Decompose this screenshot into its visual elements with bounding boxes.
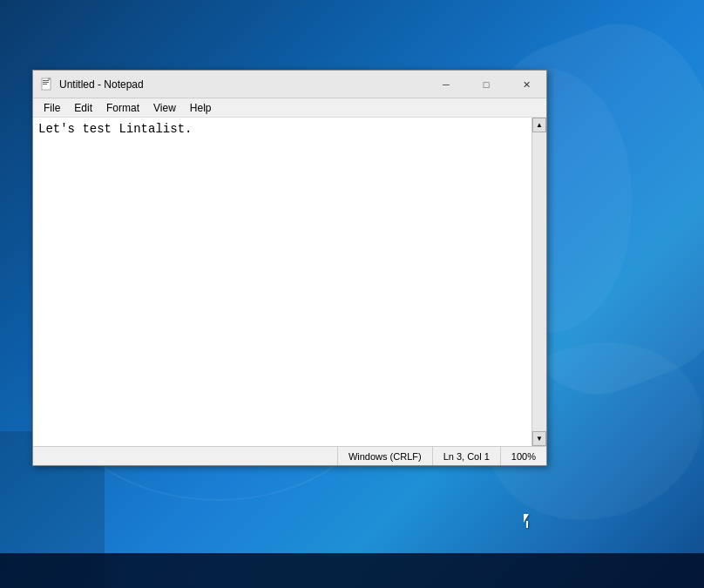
scroll-down-button[interactable]: ▼ xyxy=(532,431,546,446)
svg-rect-1 xyxy=(43,80,49,81)
maximize-button[interactable]: □ xyxy=(466,71,506,98)
svg-rect-2 xyxy=(43,82,49,83)
scroll-track[interactable] xyxy=(532,132,546,431)
scroll-up-button[interactable]: ▲ xyxy=(532,118,546,132)
menu-view[interactable]: View xyxy=(146,100,183,116)
status-zoom: 100% xyxy=(500,447,546,465)
title-bar-left: Untitled - Notepad xyxy=(40,78,144,91)
vertical-scrollbar[interactable]: ▲ ▼ xyxy=(531,118,546,446)
menu-help[interactable]: Help xyxy=(183,100,219,116)
minimize-button[interactable]: ─ xyxy=(426,71,466,98)
svg-rect-4 xyxy=(48,78,51,80)
notepad-window: Untitled - Notepad ─ □ ✕ File Edit Forma… xyxy=(32,70,547,466)
status-bar: Windows (CRLF) Ln 3, Col 1 100% xyxy=(33,446,546,465)
menu-bar: File Edit Format View Help xyxy=(33,98,546,118)
status-encoding: Windows (CRLF) xyxy=(337,447,432,465)
title-bar-buttons: ─ □ ✕ xyxy=(426,71,546,98)
editor-textarea[interactable]: Let's test Lintalist. xyxy=(33,118,531,446)
menu-edit[interactable]: Edit xyxy=(67,100,99,116)
editor-container: Let's test Lintalist. ▲ ▼ xyxy=(33,118,546,446)
taskbar xyxy=(0,553,704,588)
svg-rect-3 xyxy=(43,84,47,84)
menu-format[interactable]: Format xyxy=(99,100,146,116)
menu-file[interactable]: File xyxy=(37,100,67,116)
close-button[interactable]: ✕ xyxy=(506,71,546,98)
title-bar: Untitled - Notepad ─ □ ✕ xyxy=(33,71,546,98)
status-line-col: Ln 3, Col 1 xyxy=(432,447,500,465)
window-title: Untitled - Notepad xyxy=(59,78,144,91)
notepad-app-icon xyxy=(40,78,54,91)
